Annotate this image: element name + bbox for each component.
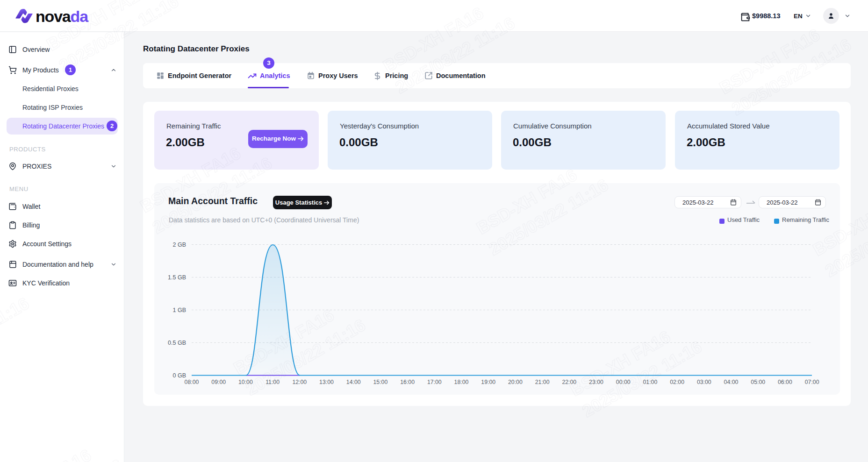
svg-text:17:00: 17:00 xyxy=(427,379,442,385)
svg-text:1 GB: 1 GB xyxy=(173,307,187,313)
svg-text:04:00: 04:00 xyxy=(724,379,739,385)
svg-text:03:00: 03:00 xyxy=(697,379,711,385)
svg-text:06:00: 06:00 xyxy=(778,379,792,385)
svg-text:01:00: 01:00 xyxy=(643,379,658,385)
svg-text:00:00: 00:00 xyxy=(616,379,631,385)
svg-text:2 GB: 2 GB xyxy=(173,242,187,248)
svg-text:10:00: 10:00 xyxy=(238,379,253,385)
svg-text:07:00: 07:00 xyxy=(805,379,819,385)
svg-text:19:00: 19:00 xyxy=(481,379,495,385)
svg-text:22:00: 22:00 xyxy=(562,379,576,385)
svg-text:15:00: 15:00 xyxy=(373,379,388,385)
svg-text:13:00: 13:00 xyxy=(319,379,334,385)
svg-text:23:00: 23:00 xyxy=(589,379,603,385)
svg-text:18:00: 18:00 xyxy=(454,379,469,385)
svg-text:0.5 GB: 0.5 GB xyxy=(168,340,186,346)
svg-text:20:00: 20:00 xyxy=(508,379,523,385)
svg-text:16:00: 16:00 xyxy=(400,379,415,385)
svg-text:12:00: 12:00 xyxy=(292,379,307,385)
svg-text:11:00: 11:00 xyxy=(265,379,280,385)
svg-text:09:00: 09:00 xyxy=(211,379,226,385)
svg-text:02:00: 02:00 xyxy=(670,379,684,385)
svg-text:05:00: 05:00 xyxy=(751,379,765,385)
svg-text:21:00: 21:00 xyxy=(535,379,550,385)
svg-text:08:00: 08:00 xyxy=(185,379,199,385)
svg-text:14:00: 14:00 xyxy=(346,379,361,385)
svg-text:0 GB: 0 GB xyxy=(173,372,187,379)
svg-text:1.5 GB: 1.5 GB xyxy=(168,274,186,281)
